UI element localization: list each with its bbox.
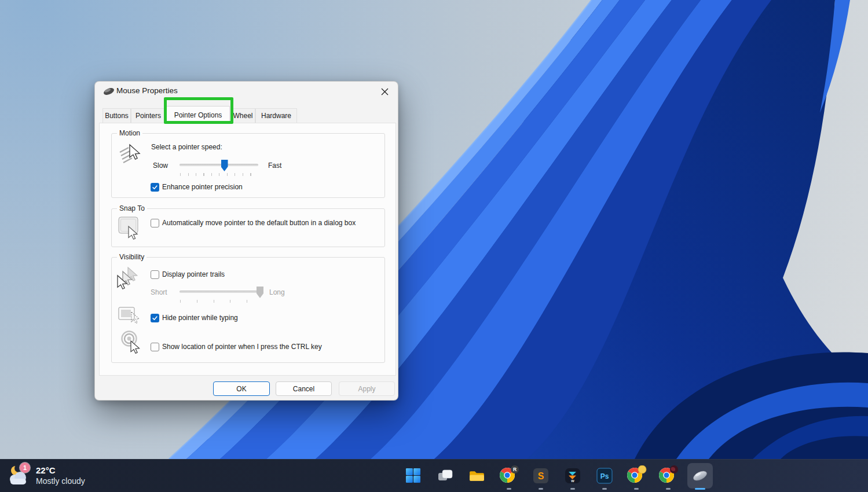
slider-thumb [257, 287, 263, 298]
tab-label: Pointers [135, 112, 161, 120]
photoshop-icon: Ps [596, 468, 613, 484]
trail-length-slider [180, 286, 263, 302]
file-explorer-icon [468, 467, 485, 484]
weather-icon-wrap: 1 [6, 462, 31, 488]
close-icon [381, 88, 389, 96]
visibility-group: Visibility Display pointer trails Short … [111, 257, 385, 363]
tab-label: Pointer Options [174, 111, 222, 119]
task-view-icon [437, 468, 453, 484]
motion-group-label: Motion [117, 129, 142, 137]
pointer-speed-slider[interactable] [180, 159, 258, 175]
weather-condition: Mostly cloudy [36, 476, 85, 486]
tab-label: Hardware [261, 112, 291, 120]
tab-wheel[interactable]: Wheel [230, 108, 255, 123]
tab-pointer-options[interactable]: Pointer Options [166, 106, 230, 124]
running-indicator [602, 488, 607, 490]
hide-pointer-checkbox[interactable] [151, 314, 159, 322]
filmora-button[interactable]: w [556, 459, 588, 492]
weather-widget[interactable]: 1 22°C Mostly cloudy [6, 462, 85, 489]
snap-to-label: Automatically move pointer to the defaul… [162, 219, 356, 227]
cancel-button[interactable]: Cancel [276, 381, 332, 396]
long-label: Long [269, 288, 285, 297]
check-icon [152, 315, 158, 321]
running-indicator [539, 488, 543, 490]
start-button[interactable] [397, 459, 429, 492]
mouse-settings-button[interactable] [684, 459, 716, 492]
pointer-options-page: Motion Select a pointer speed: Slow Fast [99, 123, 396, 376]
tab-label: Wheel [233, 112, 252, 120]
fast-label: Fast [268, 161, 281, 170]
pointer-trails-icon [115, 267, 143, 291]
taskbar: 1 22°C Mostly cloudy [0, 459, 868, 492]
mouse-app-icon [691, 467, 709, 484]
sublime-glyph: S [537, 471, 544, 481]
mouse-properties-dialog: Mouse Properties Buttons Pointers Pointe… [94, 81, 398, 401]
close-button[interactable] [376, 84, 393, 100]
hide-pointer-row: Hide pointer while typing [151, 314, 238, 322]
display-pointer-trails-checkbox[interactable] [151, 270, 159, 279]
visibility-group-label: Visibility [117, 253, 147, 261]
slow-label: Slow [153, 161, 168, 170]
hide-pointer-icon [118, 305, 142, 325]
running-indicator [507, 488, 511, 490]
running-indicator [666, 488, 671, 490]
tab-hardware[interactable]: Hardware [255, 108, 297, 123]
task-view-button[interactable] [429, 459, 461, 492]
photoshop-glyph: Ps [600, 472, 609, 480]
chrome-icon: R [499, 465, 519, 486]
short-label: Short [151, 288, 167, 297]
snap-to-icon [118, 216, 143, 243]
ok-button[interactable]: OK [213, 381, 270, 396]
dialog-titlebar[interactable]: Mouse Properties [95, 82, 398, 101]
enhance-pointer-precision-label: Enhance pointer precision [162, 183, 243, 192]
tab-buttons[interactable]: Buttons [102, 108, 131, 123]
filmora-glyph: w [570, 479, 574, 483]
show-location-row: Show location of pointer when I press th… [151, 343, 322, 351]
tab-label: Buttons [105, 112, 129, 120]
chrome-icon [626, 465, 647, 486]
chrome-profile-3-button[interactable] [652, 459, 684, 492]
active-indicator [695, 488, 705, 490]
running-indicator [634, 488, 639, 490]
enhance-pointer-precision-row: Enhance pointer precision [151, 183, 243, 192]
display-pointer-trails-row: Display pointer trails [151, 270, 225, 279]
snap-to-row: Automatically move pointer to the defaul… [151, 219, 356, 227]
slider-ticks [180, 173, 258, 176]
file-explorer-button[interactable] [461, 459, 493, 492]
tab-pointers[interactable]: Pointers [131, 108, 166, 123]
show-location-checkbox[interactable] [151, 343, 159, 351]
slider-track[interactable] [180, 164, 258, 166]
pointer-speed-icon [119, 143, 144, 165]
windows-start-icon [405, 468, 421, 483]
apply-button[interactable]: Apply [339, 381, 395, 396]
mouse-icon [102, 87, 115, 96]
snap-to-group: Snap To Automatically move pointer to th… [111, 208, 385, 247]
slider-track [180, 291, 263, 293]
show-location-label: Show location of pointer when I press th… [162, 343, 322, 351]
select-speed-label: Select a pointer speed: [151, 143, 222, 152]
running-indicator [570, 488, 575, 490]
check-icon [152, 184, 158, 190]
sublime-text-icon: S [533, 468, 549, 484]
snap-to-checkbox[interactable] [151, 219, 159, 227]
dialog-title: Mouse Properties [116, 86, 178, 95]
snap-to-group-label: Snap To [117, 204, 147, 212]
motion-group: Motion Select a pointer speed: Slow Fast [111, 133, 385, 198]
weather-temperature: 22°C [36, 465, 85, 476]
chrome-profile-r-button[interactable]: R [493, 459, 525, 492]
enhance-pointer-precision-checkbox[interactable] [151, 183, 159, 192]
chrome-profile-2-button[interactable] [620, 459, 652, 492]
display-pointer-trails-label: Display pointer trails [162, 270, 225, 279]
photoshop-button[interactable]: Ps [588, 459, 620, 492]
show-location-icon [120, 331, 144, 354]
weather-text: 22°C Mostly cloudy [36, 465, 85, 486]
slider-ticks [180, 300, 263, 303]
taskbar-icons: R S w [397, 459, 716, 492]
slider-thumb[interactable] [221, 160, 228, 171]
desktop-screen: Mouse Properties Buttons Pointers Pointe… [0, 0, 868, 492]
hide-pointer-label: Hide pointer while typing [162, 314, 238, 322]
notification-badge: 1 [20, 462, 30, 473]
chrome-icon [658, 465, 679, 486]
sublime-text-button[interactable]: S [525, 459, 556, 492]
profile-badge-letter: R [512, 467, 516, 472]
